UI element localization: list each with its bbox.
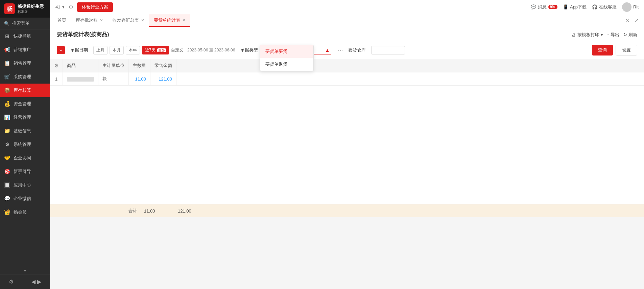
sidebar-item-enterprise[interactable]: 🤝 企业协同 [0, 151, 50, 165]
date-buttons: 上月 本月 本年 近7天 更多 自定义 [93, 46, 183, 54]
search-label: 搜索菜单 [12, 20, 30, 26]
tab-requisition-stats[interactable]: 要货单统计表 ✕ [149, 14, 190, 27]
app-label: App下载 [570, 4, 587, 10]
online-service-btn[interactable]: 🎧 在线客服 [592, 4, 617, 10]
export-label: 导出 [611, 32, 619, 38]
table-container: ⚙ 商品 主计量单位 主数量 零售金额 1 [50, 59, 644, 217]
tab-receipt-summary[interactable]: 收发存汇总表 ✕ [108, 14, 149, 27]
enterprise-icon: 🤝 [4, 155, 10, 161]
sidebar-item-label: 企业微信 [14, 196, 31, 202]
sidebar-bottom: ⚙ ◀ ▶ [0, 274, 50, 289]
app-download-btn[interactable]: 📱 App下载 [563, 4, 587, 10]
sidebar-item-label: 企业协同 [14, 155, 31, 161]
sidebar-collapse-btn[interactable]: ◀ ▶ [29, 277, 44, 286]
marketing-icon: 📢 [4, 47, 10, 53]
tab-batch-close[interactable]: ✕ [100, 18, 103, 23]
tab-requisition-close[interactable]: ✕ [182, 18, 186, 23]
dropdown-item-yh-return[interactable]: 要货单退货 [260, 58, 313, 71]
sidebar-item-purchase[interactable]: 🛒 采购管理 [0, 70, 50, 84]
cell-quantity[interactable]: 11.00 [129, 72, 150, 86]
store-selector[interactable]: 41 ▾ [55, 4, 65, 9]
sidebar-item-system[interactable]: ⚙ 系统管理 [0, 138, 50, 151]
search-icon: 🔍 [4, 21, 9, 26]
topbar-right: 💬 消息 99+ 📱 App下载 🎧 在线客服 Rit [531, 2, 639, 12]
messages-icon: 💬 [531, 4, 536, 9]
cell-unit: 块 [98, 72, 129, 86]
date-custom-btn[interactable]: 自定义 [171, 47, 183, 53]
footer-quantity: 11.00 [144, 208, 171, 214]
warehouse-select[interactable] [371, 46, 405, 54]
refresh-btn[interactable]: ↻ 刷新 [623, 32, 637, 38]
sidebar-item-finance[interactable]: 💰 资金管理 [0, 97, 50, 111]
tab-expand-btn[interactable]: ⤢ [633, 17, 640, 24]
filter-bar: » 单据日期 上月 本月 本年 近7天 更多 自定义 2023-05-06 至 … [50, 41, 644, 59]
tab-batch-label: 库存批次账 [76, 17, 98, 23]
date-range-display: 2023-05-06 至 2023-06-06 [187, 47, 235, 53]
sidebar-settings-btn[interactable]: ⚙ [6, 277, 16, 286]
settings-btn[interactable]: 设置 [616, 45, 637, 55]
export-btn[interactable]: ↑ 导出 [607, 32, 620, 38]
sales-icon: 📋 [4, 60, 10, 66]
footer-label: 合计 [128, 208, 137, 214]
sidebar-item-label: 库存核算 [14, 87, 31, 93]
tab-receipt-close[interactable]: ✕ [141, 18, 144, 23]
logo-text: 畅捷通好生意 标准版 [18, 3, 44, 14]
guide-icon: 🎯 [4, 169, 10, 175]
sidebar-item-wechat[interactable]: 💬 企业微信 [0, 192, 50, 205]
dropdown-item-label: 要货单要货 [265, 49, 287, 54]
sidebar-item-label: 经营管理 [14, 114, 31, 120]
wechat-icon: 💬 [4, 196, 10, 202]
filter-toggle-btn[interactable]: » [57, 46, 65, 54]
type-filter-dots[interactable]: ··· [338, 47, 343, 54]
date-btn-this-month[interactable]: 本月 [110, 46, 124, 54]
tab-batch-account[interactable]: 库存批次账 ✕ [71, 14, 108, 27]
print-icon: 🖨 [572, 32, 576, 37]
sidebar-search[interactable]: 🔍 搜索菜单 [0, 18, 50, 29]
sidebar-item-apps[interactable]: 🔲 应用中心 [0, 178, 50, 192]
col-unit: 主计量单位 [98, 59, 129, 72]
sidebar-item-sales[interactable]: 📋 销售管理 [0, 57, 50, 70]
sidebar-scroll-down[interactable]: ▼ [0, 267, 50, 274]
topbar-gear-icon[interactable]: ⚙ [69, 4, 73, 10]
table-settings-icon[interactable]: ⚙ [54, 63, 58, 68]
user-avatar[interactable]: Rit [622, 2, 639, 12]
sidebar-item-operations[interactable]: 📊 经营管理 [0, 111, 50, 124]
print-label: 按模板打印 [577, 32, 599, 38]
quick-nav-icon: ⊞ [4, 33, 10, 39]
sidebar-item-basic[interactable]: 📁 基础信息 [0, 124, 50, 138]
date-btn-up-half[interactable]: 上月 [93, 46, 108, 54]
tab-close-all-btn[interactable]: ✕ [624, 17, 631, 24]
sidebar-item-label: 系统管理 [14, 141, 31, 148]
tab-extra: ✕ ⤢ [624, 14, 641, 27]
date-btn-this-year[interactable]: 本年 [126, 46, 140, 54]
sidebar-item-quick-nav[interactable]: ⊞ 快捷导航 [0, 29, 50, 43]
sidebar-item-inventory[interactable]: 📦 库存核算 [0, 84, 50, 97]
messages-btn[interactable]: 💬 消息 99+ [531, 4, 557, 10]
col-amount: 零售金额 [150, 59, 176, 72]
cell-amount[interactable]: 121.00 [150, 72, 176, 86]
sidebar-item-marketing[interactable]: 📢 营销推广 [0, 43, 50, 57]
sidebar-item-label: 新手引导 [14, 169, 31, 175]
basic-icon: 📁 [4, 128, 10, 134]
messages-badge: 99+ [548, 5, 557, 9]
sidebar-item-guide[interactable]: 🎯 新手引导 [0, 165, 50, 178]
print-btn[interactable]: 🖨 按模板打印 ▾ [572, 32, 603, 38]
cell-index: 1 [50, 72, 63, 86]
print-dropdown-icon: ▾ [601, 32, 603, 37]
sidebar-item-label: 基础信息 [14, 128, 31, 134]
table-row: 1 块 11.00 121.00 [50, 72, 644, 86]
date-filter-label: 单据日期 [70, 47, 88, 53]
sidebar-item-label: 资金管理 [14, 101, 31, 107]
sidebar-logo: 畅 畅捷通好生意 标准版 [0, 0, 50, 18]
dropdown-item-yh-order[interactable]: 要货单要货 [260, 45, 313, 58]
topbar-left: 41 ▾ ⚙ 体验行业方案 [55, 2, 113, 12]
sidebar-item-member[interactable]: 👑 畅会员 [0, 205, 50, 219]
service-label: 在线客服 [599, 4, 617, 10]
sidebar-item-label: 销售管理 [14, 60, 31, 66]
date-btn-more[interactable]: 近7天 更多 [142, 46, 169, 54]
tab-home[interactable]: 首页 [53, 14, 71, 27]
trial-button[interactable]: 体验行业方案 [77, 2, 113, 12]
topbar: 41 ▾ ⚙ 体验行业方案 💬 消息 99+ 📱 App下载 🎧 在线客服 [50, 0, 644, 14]
query-btn[interactable]: 查询 [592, 45, 613, 55]
filter-actions: 查询 设置 [592, 45, 637, 55]
